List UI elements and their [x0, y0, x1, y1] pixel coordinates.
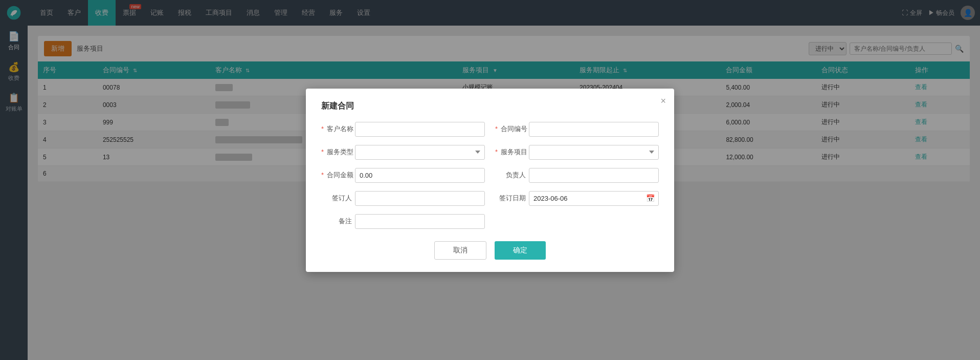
calendar-icon[interactable]: 📅: [646, 194, 655, 202]
amount-input[interactable]: [355, 168, 485, 183]
modal-close-button[interactable]: ×: [660, 96, 666, 107]
service-item-label: * 服务项目: [495, 147, 526, 157]
note-label: 备注: [321, 217, 352, 226]
form-group-sign-date: 签订日期 📅: [495, 191, 659, 206]
amount-label: * 合同金额: [321, 171, 352, 180]
contract-no-label: * 合同编号: [495, 124, 526, 134]
required-star-amount: *: [321, 171, 324, 179]
form-group-responsible: 负责人: [495, 168, 659, 183]
customer-label: * 客户名称: [321, 124, 352, 134]
form-group-service-type: * 服务类型: [321, 145, 485, 160]
service-item-select[interactable]: [529, 145, 659, 160]
signer-label: 签订人: [321, 194, 352, 203]
service-type-select[interactable]: [355, 145, 485, 160]
contract-no-input[interactable]: [529, 122, 659, 137]
form-row-5: 备注: [321, 214, 659, 229]
required-star-service-type: *: [321, 148, 324, 156]
form-group-service-item: * 服务项目: [495, 145, 659, 160]
modal-footer: 取消 确定: [321, 241, 659, 260]
form-group-note: 备注: [321, 214, 485, 229]
confirm-button[interactable]: 确定: [495, 241, 546, 260]
sign-date-label: 签订日期: [495, 194, 526, 203]
modal-title: 新建合同: [321, 101, 659, 112]
responsible-label: 负责人: [495, 171, 526, 180]
modal-overlay[interactable]: 新建合同 × * 客户名称 * 合同编号: [0, 0, 980, 360]
signer-input[interactable]: [355, 191, 485, 206]
form-group-amount: * 合同金额: [321, 168, 485, 183]
sign-date-wrap: 📅: [529, 191, 659, 206]
form-group-customer: * 客户名称: [321, 122, 485, 137]
form-row-2: * 服务类型 * 服务项目: [321, 145, 659, 160]
required-star-customer: *: [321, 125, 324, 133]
form-row-3: * 合同金额 负责人: [321, 168, 659, 183]
required-star-contract: *: [495, 125, 498, 133]
form-row-4: 签订人 签订日期 📅: [321, 191, 659, 206]
note-input[interactable]: [355, 214, 485, 229]
new-contract-modal: 新建合同 × * 客户名称 * 合同编号: [306, 89, 674, 272]
form-group-contract-no: * 合同编号: [495, 122, 659, 137]
responsible-input[interactable]: [529, 168, 659, 183]
form-group-signer: 签订人: [321, 191, 485, 206]
required-star-service-item: *: [495, 148, 498, 156]
service-type-label: * 服务类型: [321, 147, 352, 157]
cancel-button[interactable]: 取消: [434, 241, 486, 260]
customer-name-input[interactable]: [355, 122, 485, 137]
form-row-1: * 客户名称 * 合同编号: [321, 122, 659, 137]
sign-date-input[interactable]: [529, 191, 659, 206]
